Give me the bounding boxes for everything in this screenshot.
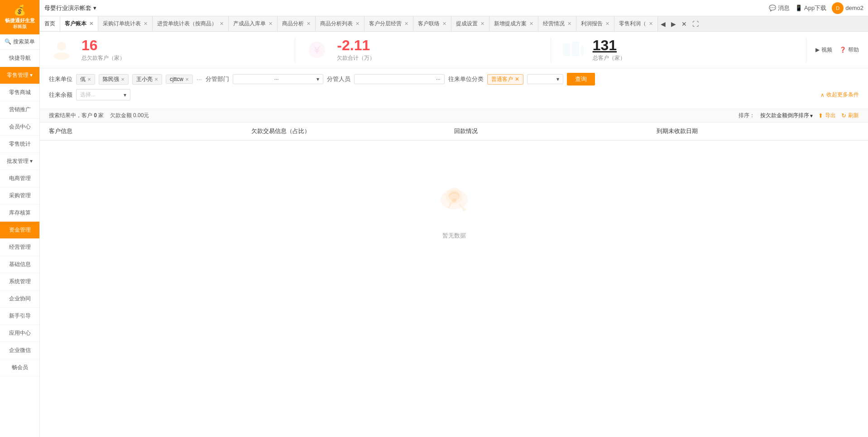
balance-placeholder: 选择...	[80, 91, 96, 99]
close-tag-chen[interactable]: ✕	[121, 77, 125, 82]
app-download-btn[interactable]: 📱 App下载	[795, 4, 826, 12]
inbound-label: 产成品入库单	[233, 20, 266, 28]
close-icon[interactable]: ✕	[144, 21, 148, 27]
help-btn[interactable]: ❓ 帮助	[839, 46, 859, 54]
member-label: 会员中心	[9, 124, 31, 130]
tab-home[interactable]: 首页	[40, 16, 60, 31]
message-btn[interactable]: 💬 消息	[769, 4, 790, 12]
sidebar-item-wechat[interactable]: 企业微信	[0, 342, 39, 359]
sidebar-item-retail-mgmt[interactable]: 零售管理 ▾	[0, 67, 39, 84]
sidebar-logo: 💰 畅捷通好生意 标账版	[0, 0, 39, 34]
tab-retail-profit[interactable]: 零售利润（ ✕	[614, 16, 658, 31]
tab-fullscreen-btn[interactable]: ⛶	[690, 16, 701, 31]
filter-row-1: 往来单位 佤 ✕ 陈民强 ✕ 王小亮 ✕ cjttcw ✕ ··· 分管部门	[49, 73, 859, 86]
logo-icon: 💰	[14, 5, 26, 16]
dept-select[interactable]: ··· ▾	[233, 74, 323, 84]
col-customer-info: 客户信息	[49, 127, 251, 135]
refresh-btn[interactable]: ↻ 刷新	[841, 112, 859, 119]
logo-text: 畅捷通好生意	[5, 17, 35, 24]
sidebar-item-guide[interactable]: 新手引导	[0, 308, 39, 325]
tab-add-commission[interactable]: 新增提成方案 ✕	[489, 16, 538, 31]
close-icon-6[interactable]: ✕	[404, 21, 408, 27]
sidebar-item-apps[interactable]: 应用中心	[0, 325, 39, 342]
inventory-label: 库存核算	[9, 209, 31, 216]
stat-label-total: 总客户（家）	[593, 54, 625, 62]
collapse-label: 收起更多条件	[826, 91, 859, 99]
sidebar-item-membership[interactable]: 畅会员	[0, 359, 39, 376]
unit-class-select[interactable]: ▾	[527, 74, 563, 84]
close-icon-5[interactable]: ✕	[355, 21, 360, 27]
collapse-btn[interactable]: ∧ 收起更多条件	[820, 91, 859, 99]
stat-block-customers: 16 总欠款客户（家）	[49, 37, 295, 62]
tab-inbound[interactable]: 产成品入库单 ✕	[229, 16, 278, 31]
close-icon-11[interactable]: ✕	[605, 21, 609, 27]
sidebar-item-member[interactable]: 会员中心	[0, 119, 39, 136]
tab-goods-analysis[interactable]: 商品分析 ✕	[278, 16, 316, 31]
sidebar-item-system[interactable]: 系统管理	[0, 273, 39, 290]
stat-label-amount: 欠款合计（万）	[337, 54, 375, 62]
tab-customer-contact[interactable]: 客户联络 ✕	[413, 16, 451, 31]
close-icon-10[interactable]: ✕	[567, 21, 571, 27]
user-info[interactable]: D demo2	[832, 2, 863, 14]
export-btn[interactable]: ⬆ 导出	[818, 112, 836, 119]
tab-goods-analysis-list[interactable]: 商品分析列表 ✕	[316, 16, 364, 31]
person-select[interactable]: ···	[354, 74, 445, 84]
main-content: 母婴行业演示帐套 ▾ 💬 消息 📱 App下载 D demo2 首页 客户账本	[40, 0, 868, 437]
message-label: 消息	[778, 4, 790, 12]
close-unit-class-tag[interactable]: ✕	[515, 76, 519, 82]
sidebar-item-purchase[interactable]: 采购管理	[0, 187, 39, 204]
close-tag-cjttcw[interactable]: ✕	[185, 77, 189, 82]
close-tag-wang[interactable]: ✕	[154, 77, 158, 82]
close-icon-4[interactable]: ✕	[307, 21, 311, 27]
sidebar-item-marketing[interactable]: 营销推广	[0, 101, 39, 119]
sidebar-item-collab[interactable]: 企业协同	[0, 290, 39, 308]
stat-label-customers: 总欠款客户（家）	[82, 54, 125, 62]
balance-select[interactable]: 选择... ▾	[76, 89, 130, 100]
sort-select[interactable]: 按欠款金额倒序排序 ▾	[760, 112, 813, 119]
sidebar-item-inventory[interactable]: 库存核算	[0, 204, 39, 222]
purchase-stats-label: 采购订单统计表	[103, 20, 141, 28]
search-menu-item[interactable]: 🔍 搜索菜单	[0, 34, 39, 50]
sidebar-item-basic[interactable]: 基础信息	[0, 256, 39, 273]
tab-close-all-btn[interactable]: ✕	[679, 16, 690, 31]
company-dropdown[interactable]: 母婴行业演示帐套 ▾	[44, 4, 96, 12]
sidebar-item-wholesale[interactable]: 批发管理 ▾	[0, 153, 39, 170]
close-icon-9[interactable]: ✕	[529, 21, 533, 27]
home-tab-label: 首页	[44, 20, 55, 28]
tab-customer-ledger[interactable]: 客户账本 ✕	[60, 16, 98, 31]
tab-commission-settings[interactable]: 提成设置 ✕	[451, 16, 489, 31]
sidebar-item-business[interactable]: 经营管理	[0, 239, 39, 256]
tab-customer-layered[interactable]: 客户分层经营 ✕	[364, 16, 413, 31]
sidebar-item-retail-mall[interactable]: 零售商城	[0, 84, 39, 101]
sidebar-item-quick-nav[interactable]: 快捷导航	[0, 50, 39, 67]
apps-label: 应用中心	[9, 330, 31, 336]
logo-sub: 标账版	[13, 24, 27, 30]
tab-profit-report[interactable]: 利润报告 ✕	[576, 16, 614, 31]
video-label: 视频	[821, 46, 832, 54]
sidebar-item-capital[interactable]: 资金管理	[0, 222, 39, 239]
close-icon-7[interactable]: ✕	[442, 21, 446, 27]
ecommerce-label: 电商管理	[9, 175, 31, 181]
sidebar-item-retail-stats[interactable]: 零售统计	[0, 136, 39, 153]
close-icon-12[interactable]: ✕	[649, 21, 653, 27]
tab-prev-btn[interactable]: ◀	[658, 16, 668, 31]
sidebar-item-ecommerce[interactable]: 电商管理	[0, 170, 39, 187]
close-icon-8[interactable]: ✕	[480, 21, 484, 27]
tab-next-btn[interactable]: ▶	[668, 16, 679, 31]
query-button[interactable]: 查询	[567, 73, 595, 86]
close-icon-2[interactable]: ✕	[220, 21, 224, 27]
more-tags-btn[interactable]: ···	[197, 76, 202, 83]
close-tab-icon[interactable]: ✕	[89, 21, 93, 27]
stats-row: 16 总欠款客户（家） ¥ -2.11 欠款合计（万）	[40, 32, 868, 68]
profit-report-label: 利润报告	[581, 20, 603, 28]
stat-number-amount: -2.11	[337, 38, 375, 52]
tab-purchase-stats[interactable]: 采购订单统计表 ✕	[98, 16, 153, 31]
close-icon-3[interactable]: ✕	[269, 21, 273, 27]
tab-goods-stats[interactable]: 进货单统计表（按商品） ✕	[153, 16, 229, 31]
table-header: 客户信息 欠款交易信息（占比） 回款情况 到期未收款日期	[40, 123, 868, 141]
tab-business-situation[interactable]: 经营情况 ✕	[538, 16, 576, 31]
help-icon: ❓	[839, 47, 846, 53]
close-tag-wa[interactable]: ✕	[87, 77, 91, 82]
export-icon: ⬆	[818, 112, 823, 119]
video-btn[interactable]: ▶ 视频	[815, 46, 832, 54]
